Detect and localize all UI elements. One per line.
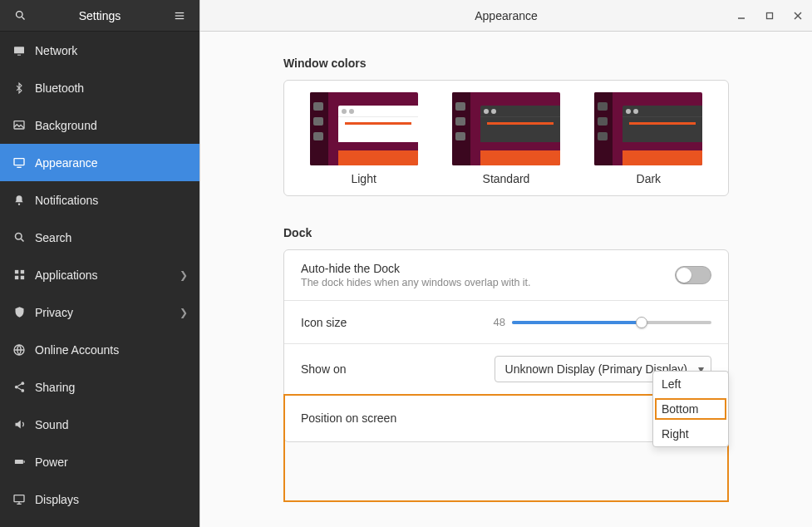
switch-knob: [677, 268, 691, 283]
position-dropdown: Left Bottom Right: [652, 371, 729, 447]
hamburger-icon: [174, 10, 185, 22]
dock-row-autohide: Auto-hide the Dock The dock hides when a…: [284, 250, 728, 301]
svg-rect-6: [17, 54, 21, 55]
sidebar-item-power[interactable]: Power: [0, 443, 199, 480]
svg-line-1: [22, 17, 24, 19]
theme-option-standard[interactable]: Standard: [452, 92, 560, 185]
dock-row-icon-size: Icon size 48: [284, 301, 728, 344]
sidebar-title: Settings: [32, 9, 168, 22]
sidebar-item-label: Online Accounts: [35, 343, 188, 357]
svg-rect-29: [767, 12, 773, 18]
svg-point-11: [15, 234, 22, 240]
svg-rect-8: [14, 158, 24, 165]
bluetooth-icon: [12, 81, 27, 96]
svg-point-18: [14, 386, 17, 389]
svg-line-12: [21, 239, 23, 241]
sharing-icon: [12, 380, 27, 395]
sound-icon: [12, 417, 27, 432]
svg-rect-16: [20, 276, 23, 279]
theme-preview-standard: [452, 92, 560, 165]
sidebar-item-label: Background: [35, 119, 188, 132]
svg-rect-24: [23, 461, 24, 463]
sidebar-item-bluetooth[interactable]: Bluetooth: [0, 69, 199, 106]
svg-point-19: [21, 382, 24, 385]
search-icon: [14, 9, 27, 22]
main-panel: Appearance Window colors Light: [199, 0, 812, 527]
sidebar-item-appearance[interactable]: Appearance: [0, 144, 199, 181]
svg-point-10: [18, 203, 20, 204]
search-icon: [12, 230, 27, 245]
background-icon: [12, 118, 27, 133]
position-option-right[interactable]: Right: [653, 421, 728, 446]
sidebar-item-background[interactable]: Background: [0, 106, 199, 144]
power-icon: [12, 455, 27, 470]
position-option-left[interactable]: Left: [653, 372, 728, 396]
sidebar-item-search[interactable]: Search: [0, 219, 199, 256]
network-icon: [12, 43, 27, 58]
sidebar-item-applications[interactable]: Applications ❯: [0, 256, 199, 293]
sidebar-item-label: Applications: [35, 268, 180, 282]
slider-thumb[interactable]: [636, 317, 647, 328]
sidebar-item-sound[interactable]: Sound: [0, 406, 199, 443]
sidebar-item-notifications[interactable]: Notifications: [0, 181, 199, 219]
svg-point-0: [16, 12, 22, 18]
search-button[interactable]: [8, 4, 32, 27]
svg-rect-23: [14, 460, 22, 464]
window-colors-card: Light Standard Dark: [283, 80, 729, 196]
minimize-button[interactable]: [727, 0, 755, 32]
notifications-icon: [12, 193, 27, 208]
chevron-right-icon: ❯: [180, 307, 188, 318]
theme-label: Standard: [483, 172, 530, 185]
appearance-icon: [12, 155, 27, 170]
window-colors-heading: Window colors: [283, 57, 729, 70]
settings-sidebar: Settings Network Bluetooth Background Ap…: [0, 0, 199, 527]
icon-size-label: Icon size: [301, 316, 450, 329]
sidebar-item-label: Power: [35, 456, 188, 469]
sidebar-item-displays[interactable]: Displays: [0, 480, 199, 518]
privacy-icon: [12, 305, 27, 320]
theme-option-light[interactable]: Light: [310, 92, 418, 185]
slider-fill: [512, 321, 642, 324]
online-accounts-icon: [12, 342, 27, 357]
sidebar-item-label: Bluetooth: [35, 81, 188, 95]
displays-icon: [12, 492, 27, 507]
sidebar-item-label: Sharing: [35, 381, 188, 394]
page-title: Appearance: [200, 9, 812, 22]
theme-label: Light: [351, 172, 376, 185]
sidebar-item-label: Network: [35, 44, 188, 57]
icon-size-value: 48: [494, 316, 505, 328]
sidebar-item-privacy[interactable]: Privacy ❯: [0, 293, 199, 331]
svg-rect-15: [14, 276, 17, 279]
chevron-right-icon: ❯: [180, 269, 188, 281]
sidebar-item-online-accounts[interactable]: Online Accounts: [0, 331, 199, 368]
svg-rect-13: [14, 270, 17, 273]
sidebar-item-label: Notifications: [35, 194, 188, 207]
close-button[interactable]: [784, 0, 812, 32]
position-option-bottom[interactable]: Bottom: [653, 396, 728, 421]
sidebar-item-sharing[interactable]: Sharing: [0, 368, 199, 406]
menu-button[interactable]: [168, 4, 191, 27]
svg-rect-5: [14, 47, 24, 53]
autohide-label: Auto-hide the Dock: [301, 262, 663, 275]
theme-preview-dark: [594, 92, 702, 165]
sidebar-item-label: Displays: [35, 493, 188, 506]
sidebar-item-network[interactable]: Network: [0, 32, 199, 69]
icon-size-slider[interactable]: [512, 321, 711, 324]
theme-label: Dark: [637, 172, 662, 185]
applications-icon: [12, 268, 27, 283]
svg-line-21: [17, 384, 21, 387]
theme-option-dark[interactable]: Dark: [594, 92, 702, 185]
maximize-button[interactable]: [755, 0, 784, 32]
svg-line-22: [17, 387, 21, 390]
show-on-label: Show on: [301, 362, 450, 376]
position-label: Position on screen: [301, 411, 450, 425]
sidebar-header: Settings: [0, 0, 199, 32]
content-area: Window colors Light Standard: [200, 32, 812, 527]
autohide-switch[interactable]: [675, 266, 711, 284]
sidebar-item-label: Sound: [35, 418, 188, 431]
sidebar-item-label: Privacy: [35, 306, 180, 319]
window-controls: [727, 0, 812, 32]
close-icon: [794, 12, 802, 20]
titlebar: Appearance: [200, 0, 812, 32]
autohide-sub: The dock hides when any windows overlap …: [301, 277, 663, 288]
